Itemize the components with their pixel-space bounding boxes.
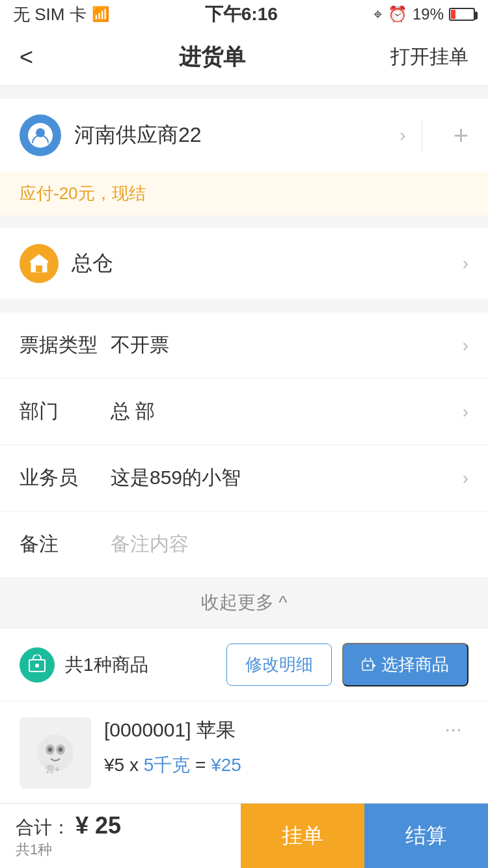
divider — [422, 119, 422, 152]
battery-percent: 19% — [413, 5, 444, 23]
invoice-chevron-icon: › — [463, 335, 468, 356]
product-name: [0000001] 苹果 — [104, 717, 438, 744]
total-label: 合计： ¥ 25 — [16, 812, 225, 840]
bottom-bar: 合计： ¥ 25 共1种 挂单 结算 — [0, 803, 488, 868]
remark-input[interactable]: 备注内容 — [111, 531, 468, 558]
invoice-label: 票据类型 — [20, 332, 111, 359]
invoice-row[interactable]: 票据类型 不开票 › — [0, 312, 488, 378]
price-unit: ¥5 — [104, 755, 124, 775]
warehouse-icon — [20, 244, 59, 283]
supplier-avatar — [20, 115, 61, 156]
product-section: 共1种商品 修改明细 选择商品 — [0, 628, 488, 804]
svg-point-5 — [366, 664, 369, 667]
edit-detail-button[interactable]: 修改明细 — [226, 644, 332, 686]
remark-label: 备注 — [20, 531, 111, 558]
product-info: [0000001] 苹果 ¥5 x 5千克 = ¥25 — [104, 717, 438, 778]
supplier-chevron-icon: › — [400, 125, 405, 146]
open-hang-button[interactable]: 打开挂单 — [390, 44, 468, 70]
total-sub: 共1种 — [16, 840, 225, 860]
product-count-text: 共1种商品 — [65, 653, 226, 677]
svg-text:营+: 营+ — [46, 764, 60, 774]
svg-rect-1 — [36, 265, 42, 272]
department-value: 总 部 — [111, 398, 463, 425]
product-item: 营+ [0000001] 苹果 ¥5 x 5千克 = ¥25 ··· — [0, 701, 488, 804]
status-left: 无 SIM 卡 📶 — [13, 3, 109, 26]
add-supplier-button[interactable]: + — [454, 122, 468, 148]
warehouse-row[interactable]: 总仓 › — [0, 228, 488, 299]
form-card: 票据类型 不开票 › 部门 总 部 › 业务员 这是859的小智 › 备注 备注… — [0, 312, 488, 577]
salesman-value: 这是859的小智 — [111, 465, 463, 491]
product-count-icon — [20, 647, 55, 683]
salesman-chevron-icon: › — [463, 468, 468, 489]
product-id: [0000001] — [104, 719, 191, 740]
back-button[interactable]: < — [20, 44, 33, 71]
gap-3 — [0, 299, 488, 312]
warehouse-chevron-icon: › — [463, 253, 468, 274]
price-equals: = — [195, 755, 211, 775]
remark-row[interactable]: 备注 备注内容 — [0, 511, 488, 577]
warehouse-name: 总仓 — [72, 249, 463, 278]
battery-icon — [449, 8, 475, 21]
wifi-icon: 📶 — [92, 6, 109, 23]
checkout-button[interactable]: 结算 — [364, 804, 488, 868]
supplier-name: 河南供应商22 — [74, 121, 400, 150]
select-product-button[interactable]: 选择商品 — [342, 643, 468, 686]
status-time: 下午6:16 — [205, 2, 278, 27]
status-bar: 无 SIM 卡 📶 下午6:16 ⌖ ⏰ 19% — [0, 0, 488, 29]
salesman-label: 业务员 — [20, 465, 111, 491]
product-image: 营+ — [20, 717, 91, 789]
total-section: 合计： ¥ 25 共1种 — [0, 804, 241, 868]
svg-point-14 — [59, 748, 62, 751]
collapse-label: 收起更多 ^ — [201, 592, 288, 612]
total-prefix: 合计： — [16, 815, 70, 840]
product-title: 苹果 — [197, 719, 236, 740]
svg-point-13 — [49, 748, 51, 751]
total-amount: ¥ 25 — [75, 812, 121, 839]
page-title: 进货单 — [179, 42, 245, 72]
location-icon: ⌖ — [373, 5, 383, 23]
status-right: ⌖ ⏰ 19% — [373, 5, 475, 23]
svg-point-3 — [35, 664, 39, 668]
product-more-button[interactable]: ··· — [438, 717, 468, 741]
collapse-bar[interactable]: 收起更多 ^ — [0, 577, 488, 628]
nav-bar: < 进货单 打开挂单 — [0, 29, 488, 86]
gap-1 — [0, 86, 488, 99]
supplier-card: 河南供应商22 › + 应付-20元，现结 — [0, 99, 488, 215]
invoice-value: 不开票 — [111, 332, 463, 359]
price-multiply: x — [129, 755, 144, 775]
department-row[interactable]: 部门 总 部 › — [0, 378, 488, 444]
price-total: ¥25 — [211, 755, 241, 775]
supplier-notice: 应付-20元，现结 — [0, 172, 488, 215]
salesman-row[interactable]: 业务员 这是859的小智 › — [0, 444, 488, 511]
supplier-row[interactable]: 河南供应商22 › + — [0, 99, 488, 172]
hang-button[interactable]: 挂单 — [241, 804, 364, 868]
gap-2 — [0, 215, 488, 228]
product-price: ¥5 x 5千克 = ¥25 — [104, 753, 438, 778]
carrier-text: 无 SIM 卡 — [13, 3, 87, 26]
department-chevron-icon: › — [463, 401, 468, 422]
product-header: 共1种商品 修改明细 选择商品 — [0, 628, 488, 701]
department-label: 部门 — [20, 398, 111, 425]
alarm-icon: ⏰ — [388, 5, 407, 23]
select-product-label: 选择商品 — [381, 653, 449, 676]
price-quantity: 5千克 — [144, 755, 191, 775]
